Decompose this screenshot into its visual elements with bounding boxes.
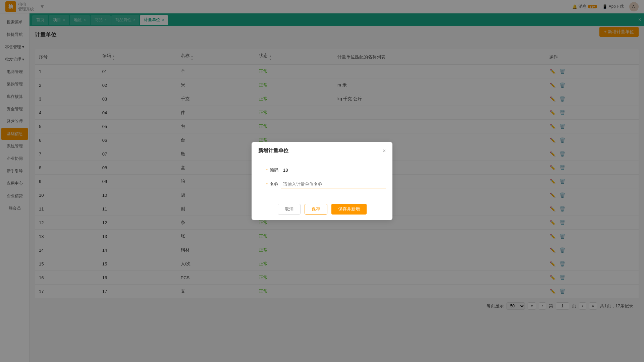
modal-footer: 取消 保存 保存并新增 (252, 200, 392, 220)
code-input[interactable] (281, 166, 386, 174)
name-input[interactable] (281, 180, 386, 188)
code-label: * 编码 (258, 167, 278, 173)
required-asterisk2: * (266, 182, 268, 187)
save-button[interactable]: 保存 (305, 204, 327, 215)
modal-title: 新增计量单位 (258, 147, 288, 154)
modal-body: * 编码 * 名称 (252, 158, 392, 200)
modal-overlay: 新增计量单位 × * 编码 * 名称 取消 保存 保存并新增 (0, 0, 644, 362)
save-and-new-button[interactable]: 保存并新增 (331, 204, 367, 215)
modal: 新增计量单位 × * 编码 * 名称 取消 保存 保存并新增 (252, 142, 392, 220)
modal-close-button[interactable]: × (383, 148, 386, 154)
required-asterisk: * (266, 168, 268, 173)
name-label: * 名称 (258, 181, 278, 187)
modal-header: 新增计量单位 × (252, 142, 392, 158)
cancel-button[interactable]: 取消 (278, 204, 301, 215)
